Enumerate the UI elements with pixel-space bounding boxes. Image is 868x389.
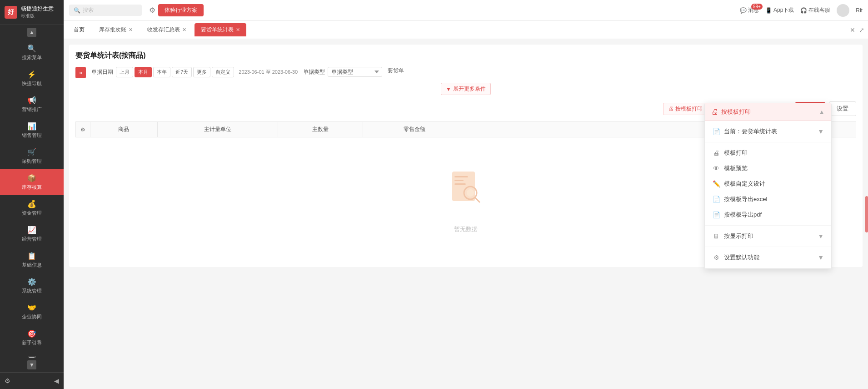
user-avatar[interactable] (837, 4, 849, 17)
export-excel-label: 按模板导出excel (724, 195, 767, 203)
printer-icon: 🖨 (668, 106, 673, 112)
sidebar-item-marketing[interactable]: 📢 营销推广 (0, 91, 64, 117)
tab-close-btn[interactable]: ✕ (182, 27, 186, 33)
dropdown-item-export-pdf[interactable]: 📄 按模板导出pdf (705, 207, 831, 222)
dropdown-item-template-print[interactable]: 🖨 模板打印 (705, 145, 831, 161)
template-print-dropdown: 🖨 按模板打印 ▲ 📄 当前：要货单统计表 ▼ 🖨 (704, 103, 832, 269)
sidebar-item-basic[interactable]: 📋 基础信息 (0, 247, 64, 273)
default-func-item[interactable]: ⚙ 设置默认功能 ▼ (705, 250, 831, 265)
download-icon: 📱 (765, 7, 772, 14)
settings-footer-icon[interactable]: ⚙ (5, 377, 10, 384)
tab-close-btn[interactable]: ✕ (129, 27, 133, 33)
scrollbar-indicator (865, 196, 868, 232)
date-btn-custom[interactable]: 自定义 (212, 67, 234, 77)
dropdown-default-func-section: ⚙ 设置默认功能 ▼ (705, 247, 831, 268)
sidebar-item-operation[interactable]: 📈 经营管理 (0, 221, 64, 247)
dropdown-current-section: 📄 当前：要货单统计表 ▼ (705, 121, 831, 142)
date-btn-more[interactable]: 更多 (193, 67, 210, 77)
col-unit: 主计量单位 (157, 122, 278, 137)
sidebar-item-label: 搜索菜单 (22, 54, 42, 61)
guide-icon: 🎯 (27, 329, 36, 338)
sidebar-item-system[interactable]: ⚙️ 系统管理 (0, 273, 64, 299)
sidebar-item-apps[interactable]: 🔲 应用中心 (0, 351, 64, 358)
sidebar-item-guide[interactable]: 🎯 新手引导 (0, 325, 64, 351)
template-print-item-label: 模板打印 (724, 149, 748, 157)
sidebar-item-finance[interactable]: 💰 资金管理 (0, 195, 64, 221)
sidebar-item-shortcut[interactable]: ⚡ 快捷导航 (0, 66, 64, 91)
dropdown-item-template-custom[interactable]: ✏️ 模板自定义设计 (705, 176, 831, 192)
col-goods: 商品 (90, 122, 158, 137)
template-print-label: 按模板打印 (675, 105, 703, 113)
messages-btn[interactable]: 💬 消息 99+ (740, 6, 759, 14)
tabs-bar: 首页 库存批次账 ✕ 收发存汇总表 ✕ 要货单统计表 ✕ ✕ ⤢ (64, 21, 868, 39)
support-icon: 🎧 (800, 7, 807, 14)
tab-label: 收发存汇总表 (147, 26, 180, 34)
scroll-up-btn[interactable]: ▲ (27, 28, 36, 37)
sidebar-scroll: 🔍 搜索菜单 ⚡ 快捷导航 📢 营销推广 📊 销售管理 🛒 采购管理 📦 库存核… (0, 40, 64, 358)
sidebar-item-label: 营销推广 (22, 106, 42, 113)
online-support-btn[interactable]: 🎧 在线客服 (800, 6, 830, 14)
date-btn-last7[interactable]: 近7天 (172, 67, 192, 77)
search-bar[interactable]: 🔍 搜索 (69, 5, 142, 16)
purchase-icon: 🛒 (27, 148, 36, 157)
sidebar-item-sales[interactable]: 📊 销售管理 (0, 117, 64, 143)
doc-type-select[interactable]: 单据类型 (328, 67, 382, 77)
sidebar-item-search[interactable]: 🔍 搜索菜单 (0, 40, 64, 66)
top-header: 🔍 搜索 ⚙ 体验行业方案 💬 消息 99+ 📱 App下载 🎧 在线客 (64, 0, 868, 21)
sidebar-item-label: 新手引导 (22, 339, 42, 346)
sidebar-item-label: 库存核算 (22, 184, 42, 191)
tab-close-btn[interactable]: ✕ (236, 27, 240, 33)
table-settings-icon[interactable]: ⚙ (80, 126, 85, 133)
template-custom-label: 模板自定义设计 (724, 180, 765, 188)
settings-btn[interactable]: 设置 (829, 101, 856, 116)
trial-button[interactable]: 体验行业方案 (158, 4, 204, 16)
dropdown-item-template-preview[interactable]: 👁 模板预览 (705, 161, 831, 176)
message-icon: 💬 (740, 7, 747, 14)
template-preview-icon: 👁 (712, 165, 720, 172)
sidebar-item-collab[interactable]: 🤝 企业协同 (0, 299, 64, 325)
inventory-icon: 📦 (27, 174, 36, 182)
tab-inventory-batch[interactable]: 库存批次账 ✕ (93, 23, 139, 36)
tab-home-label: 首页 (74, 26, 85, 34)
print-header-icon: 🖨 (711, 108, 718, 116)
expand-label: 展开更多条件 (453, 85, 486, 93)
tab-receivable-summary[interactable]: 收发存汇总表 ✕ (141, 23, 193, 36)
header-actions: 💬 消息 99+ 📱 App下载 🎧 在线客服 Rit (740, 4, 863, 17)
sidebar-footer: ⚙ ◀ (0, 372, 64, 389)
maximize-window-icon[interactable]: ⤢ (859, 26, 864, 34)
filter-toggle-btn[interactable]: » (75, 67, 86, 78)
logo-icon: 好 (5, 6, 17, 19)
logo-text-block: 畅捷通好生意 标准版 (21, 5, 54, 19)
display-print-left: 🖥 按显示打印 (712, 232, 753, 240)
tab-label: 库存批次账 (99, 26, 126, 34)
current-template-icon: 📄 (712, 128, 720, 135)
current-template-item[interactable]: 📄 当前：要货单统计表 ▼ (705, 124, 831, 139)
date-btn-current-month[interactable]: 本月 (135, 67, 152, 77)
collapse-icon[interactable]: ◀ (54, 377, 59, 384)
sidebar-item-inventory[interactable]: 📦 库存核算 (0, 169, 64, 195)
filter-goods: 要货单 (388, 67, 404, 75)
dropdown-header[interactable]: 🖨 按模板打印 ▲ (705, 103, 831, 121)
app-name: 畅捷通好生意 (21, 5, 54, 13)
date-filter-label: 单据日期 (91, 68, 113, 76)
display-print-item[interactable]: 🖥 按显示打印 ▼ (705, 228, 831, 244)
svg-line-5 (475, 197, 479, 202)
current-template-label: 当前：要货单统计表 (724, 127, 777, 136)
default-func-icon: ⚙ (712, 254, 720, 261)
template-preview-label: 模板预览 (724, 164, 748, 172)
col-retail-amount: 零售金额 (363, 122, 466, 137)
svg-rect-3 (454, 183, 466, 185)
date-btn-prev-month[interactable]: 上月 (116, 67, 133, 77)
search-menu-icon: 🔍 (27, 44, 36, 53)
sidebar-item-purchase[interactable]: 🛒 采购管理 (0, 143, 64, 169)
app-download-btn[interactable]: 📱 App下载 (765, 6, 794, 14)
close-window-icon[interactable]: ✕ (850, 26, 855, 34)
tab-home[interactable]: 首页 (67, 23, 91, 36)
expand-more-btn[interactable]: ▼ 展开更多条件 (441, 83, 491, 95)
search-icon: 🔍 (74, 7, 80, 14)
tab-requisition-stats[interactable]: 要货单统计表 ✕ (195, 23, 246, 36)
scroll-down-btn[interactable]: ▼ (27, 360, 36, 369)
settings-icon[interactable]: ⚙ (149, 6, 155, 15)
dropdown-item-export-excel[interactable]: 📄 按模板导出excel (705, 192, 831, 207)
date-btn-current-year[interactable]: 本年 (153, 67, 170, 77)
